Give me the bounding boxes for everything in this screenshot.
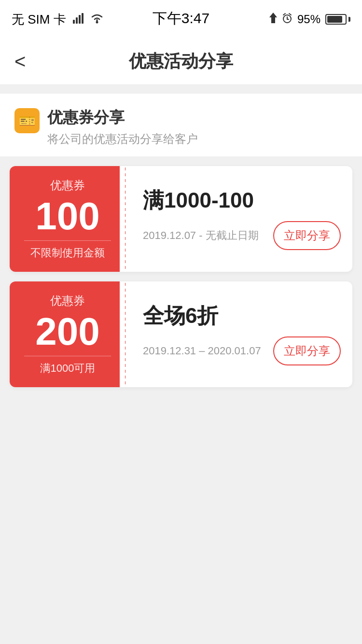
- coupon-card-1: 优惠券 200 满1000可用 全场6折 2019.12.31 – 2020.0…: [10, 281, 352, 387]
- coupon-label-0: 优惠券: [50, 178, 85, 193]
- section-header: 🎫 优惠券分享 将公司的优惠活动分享给客户: [0, 94, 362, 156]
- svg-rect-0: [73, 20, 75, 24]
- share-button-0[interactable]: 立即分享: [273, 221, 341, 250]
- coupon-condition-0: 不限制使用金额: [30, 246, 105, 260]
- battery-icon: [325, 14, 350, 25]
- share-button-1[interactable]: 立即分享: [273, 336, 341, 365]
- location-icon: [269, 13, 277, 26]
- status-left: 无 SIM 卡: [12, 11, 104, 28]
- battery-percent: 95%: [297, 13, 320, 26]
- coupon-date-0: 2019.12.07 - 无截止日期: [143, 228, 259, 243]
- nav-title: 优惠活动分享: [129, 50, 233, 73]
- status-bar: 无 SIM 卡 下午3:47: [0, 0, 362, 39]
- coupon-label-1: 优惠券: [50, 293, 85, 308]
- coupon-card: 优惠券 100 不限制使用金额 满1000-100 2019.12.07 - 无…: [10, 166, 352, 272]
- svg-point-4: [96, 21, 98, 23]
- coupon-title-1: 全场6折: [143, 303, 341, 329]
- svg-rect-3: [82, 13, 84, 24]
- coupon-share-icon: 🎫: [14, 108, 40, 133]
- nav-bar: < 优惠活动分享: [0, 39, 362, 85]
- signal-icon: [73, 12, 84, 27]
- back-button[interactable]: <: [14, 51, 26, 72]
- svg-rect-1: [76, 17, 78, 24]
- coupon-divider-1: [24, 356, 111, 356]
- coupon-amount-1: 200: [35, 312, 99, 351]
- coupon-condition-1: 满1000可用: [40, 361, 96, 376]
- alarm-icon: [282, 13, 292, 26]
- coupon-meta-0: 2019.12.07 - 无截止日期 立即分享: [143, 221, 341, 250]
- coupon-divider-0: [24, 240, 111, 241]
- section-subtitle: 将公司的优惠活动分享给客户: [47, 131, 198, 147]
- coupon-list: 优惠券 100 不限制使用金额 满1000-100 2019.12.07 - 无…: [0, 156, 362, 397]
- carrier-text: 无 SIM 卡: [12, 11, 66, 28]
- status-right: 95%: [269, 13, 350, 26]
- coupon-left-1: 优惠券 200 满1000可用: [10, 281, 125, 387]
- svg-rect-2: [79, 15, 81, 24]
- coupon-meta-1: 2019.12.31 – 2020.01.07 立即分享: [143, 336, 341, 365]
- wifi-icon: [90, 12, 104, 27]
- coupon-right-1: 全场6折 2019.12.31 – 2020.01.07 立即分享: [125, 281, 352, 387]
- coupon-right-0: 满1000-100 2019.12.07 - 无截止日期 立即分享: [125, 166, 352, 272]
- section-title: 优惠券分享: [47, 107, 198, 128]
- status-time: 下午3:47: [153, 9, 209, 28]
- coupon-date-1: 2019.12.31 – 2020.01.07: [143, 345, 261, 357]
- section-text: 优惠券分享 将公司的优惠活动分享给客户: [47, 107, 198, 147]
- coupon-left-0: 优惠券 100 不限制使用金额: [10, 166, 125, 272]
- coupon-title-0: 满1000-100: [143, 188, 341, 213]
- coupon-amount-0: 100: [35, 197, 99, 236]
